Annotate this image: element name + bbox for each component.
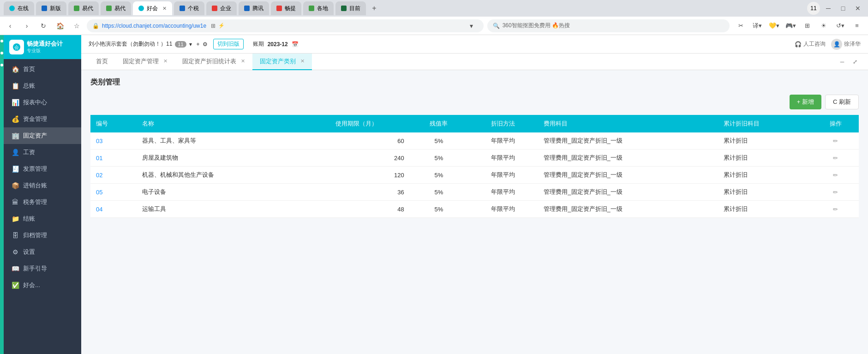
col-header-period: 使用期限（月） <box>303 115 410 132</box>
cell-accumulated-0: 累计折旧 <box>718 132 812 150</box>
browser-tab-10[interactable]: 目前 <box>335 1 366 15</box>
cell-method-1: 年限平均 <box>468 150 538 167</box>
sidebar-item-tax[interactable]: 🏛 税务管理 <box>4 194 81 210</box>
avatar-icon: 👤 <box>831 39 842 50</box>
sidebar-item-close-period[interactable]: 📁 结账 <box>4 210 81 227</box>
menu-icon[interactable]: ≡ <box>850 18 864 33</box>
sidebar-item-purchase[interactable]: 📦 进销台账 <box>4 177 81 194</box>
cell-accumulated-4: 累计折旧 <box>718 201 812 218</box>
sidebar-item-invoice[interactable]: 🧾 发票管理 <box>4 161 81 177</box>
tab-close-asset-category[interactable]: ✕ <box>300 58 305 64</box>
settings-cog-icon[interactable]: ⚙ <box>203 41 208 48</box>
row-id-link-4[interactable]: 04 <box>96 206 102 213</box>
cell-accumulated-3: 累计折旧 <box>718 184 812 201</box>
browser-tab-5[interactable]: 个税 <box>174 1 204 15</box>
sidebar-item-fixed-assets[interactable]: 🏢 固定资产 <box>4 127 81 144</box>
tab-home[interactable]: 首页 <box>89 54 115 70</box>
reload-button[interactable]: ↻ <box>37 19 50 32</box>
sidebar-item-reports[interactable]: 📊 报表中心 <box>4 94 81 111</box>
extra-icon: ✅ <box>11 281 19 289</box>
calendar-icon[interactable]: 📅 <box>292 41 299 48</box>
browser-tab-2[interactable]: 易代 <box>68 1 99 15</box>
minimize-button[interactable]: ─ <box>822 2 835 15</box>
edit-button-2[interactable]: ✏ <box>833 172 838 179</box>
switch-version-button[interactable]: 切到旧版 <box>213 39 244 49</box>
edit-button-3[interactable]: ✏ <box>833 189 838 196</box>
invoice-icon: 🧾 <box>11 165 19 173</box>
tab-close-depreciation-report[interactable]: ✕ <box>241 58 245 64</box>
user-avatar-button[interactable]: 👤 徐泽华 <box>831 39 861 50</box>
grid-icon[interactable]: ⊞ <box>800 18 814 33</box>
bookmark-button[interactable]: ☆ <box>70 19 83 32</box>
search-bar[interactable]: 🔍 360智能抠图免费用 🔥热搜 <box>487 19 730 32</box>
page-content: 类别管理 + 新增 C 刷新 编号 名称 使用期限（月） 残值率 折旧方法 费用… <box>81 70 868 354</box>
browser-tab-9[interactable]: 各地 <box>303 1 334 15</box>
browser-tab-3[interactable]: 易代 <box>101 1 131 15</box>
fixed-assets-icon: 🏢 <box>11 132 19 140</box>
browser-tab-1[interactable]: 新版 <box>36 1 66 15</box>
address-dropdown-button[interactable]: ▾ <box>465 19 478 32</box>
row-id-link-2[interactable]: 02 <box>96 172 102 179</box>
maximize-button[interactable]: □ <box>837 2 850 15</box>
row-id-link-3[interactable]: 05 <box>96 189 102 196</box>
sidebar-logo: 会 畅捷通好会计 专业版 <box>4 35 81 59</box>
undo-icon[interactable]: ↺▾ <box>833 18 848 33</box>
cell-residual-3: 5% <box>410 184 468 201</box>
game-icon[interactable]: 🎮▾ <box>783 18 798 33</box>
browser-tab-8[interactable]: 畅提 <box>271 1 301 15</box>
browser-tab-0[interactable]: 在线 <box>4 1 34 15</box>
user-count-badge: 11 <box>175 41 186 48</box>
tab-depreciation-report[interactable]: 固定资产折旧统计表 ✕ <box>175 54 252 70</box>
settings-icon: ⚙ <box>11 248 19 256</box>
sidebar-item-archive[interactable]: 🗄 归档管理 <box>4 227 81 244</box>
tab-expand-button[interactable]: ⤢ <box>850 56 861 67</box>
browser-tab-4[interactable]: 好会 ✕ <box>133 1 172 15</box>
edit-button-1[interactable]: ✏ <box>833 155 838 162</box>
browser-tab-close-4[interactable]: ✕ <box>162 6 167 12</box>
salary-icon: 👤 <box>11 148 19 156</box>
close-window-button[interactable]: ✕ <box>851 2 864 15</box>
service-button[interactable]: 🎧 人工咨询 <box>795 40 826 48</box>
edit-button-0[interactable]: ✏ <box>833 138 838 144</box>
cut-icon[interactable]: ✂ <box>733 18 748 33</box>
address-bar[interactable]: 🔒 https://cloud.chanjet.com/accounting/u… <box>87 19 484 32</box>
tab-asset-category[interactable]: 固定资产类别 ✕ <box>252 54 312 70</box>
brightness-icon[interactable]: ☀ <box>816 18 831 33</box>
cell-id-3: 05 <box>90 184 137 201</box>
new-record-button[interactable]: + 新增 <box>790 95 821 109</box>
tab-close-fixed-asset-management[interactable]: ✕ <box>163 58 168 64</box>
col-header-name: 名称 <box>137 115 303 132</box>
wallet-icon[interactable]: 💛▾ <box>766 18 781 33</box>
sidebar-item-ledger[interactable]: 📋 总账 <box>4 78 81 94</box>
translate-icon[interactable]: 译▾ <box>750 18 765 33</box>
tab-minimize-button[interactable]: ─ <box>837 56 848 67</box>
add-user-icon[interactable]: + <box>197 41 200 48</box>
edit-button-4[interactable]: ✏ <box>833 206 838 213</box>
refresh-button[interactable]: C 刷新 <box>825 95 859 109</box>
row-id-link-0[interactable]: 03 <box>96 138 102 144</box>
cell-action-3: ✏ <box>813 184 859 201</box>
user-dropdown-icon[interactable]: ▾ <box>189 41 192 48</box>
back-button[interactable]: ‹ <box>4 19 17 32</box>
nav-bar: ‹ › ↻ 🏠 ☆ 🔒 https://cloud.chanjet.com/ac… <box>0 17 868 35</box>
sidebar-item-salary[interactable]: 👤 工资 <box>4 144 81 161</box>
table-row: 02 机器、机械和其他生产设备 120 5% 年限平均 管理费用_固定资产折旧_… <box>90 167 859 184</box>
sidebar-item-settings[interactable]: ⚙ 设置 <box>4 244 81 260</box>
cell-accumulated-1: 累计折旧 <box>718 150 812 167</box>
logo-subtitle: 专业版 <box>27 48 63 54</box>
row-id-link-1[interactable]: 01 <box>96 155 102 162</box>
cell-id-1: 01 <box>90 150 137 167</box>
sidebar-item-extra[interactable]: ✅ 好会... <box>4 277 81 294</box>
browser-tab-6[interactable]: 企业 <box>206 1 237 15</box>
sidebar-item-guide[interactable]: 📖 新手引导 <box>4 260 81 277</box>
cell-action-1: ✏ <box>813 150 859 167</box>
close-period-icon: 📁 <box>11 215 19 223</box>
sidebar-item-finance[interactable]: 💰 资金管理 <box>4 111 81 127</box>
forward-button[interactable]: › <box>20 19 33 32</box>
home-button[interactable]: 🏠 <box>54 19 66 32</box>
col-header-residual: 残值率 <box>410 115 468 132</box>
new-tab-button[interactable]: + <box>368 2 381 15</box>
browser-tab-7[interactable]: 腾讯 <box>239 1 269 15</box>
tab-fixed-asset-management[interactable]: 固定资产管理 ✕ <box>115 54 175 70</box>
sidebar-item-home[interactable]: 🏠 首页 <box>4 61 81 78</box>
